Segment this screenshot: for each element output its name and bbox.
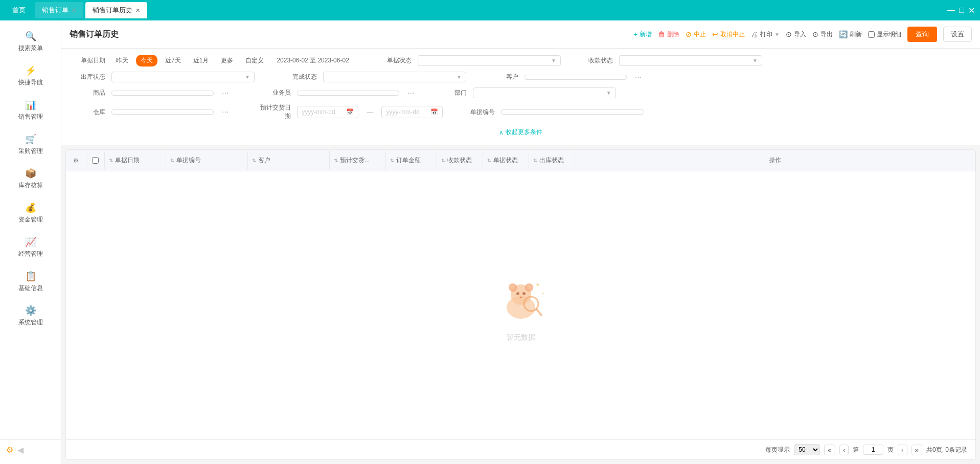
sidebar-item-search[interactable]: 🔍 搜索菜单 <box>0 25 61 59</box>
customer-label: 客户 <box>483 73 518 81</box>
sidebar-item-operations[interactable]: 📈 经营管理 <box>0 230 61 264</box>
import-button[interactable]: ⊙ 导入 <box>786 30 806 39</box>
date-btn-yesterday[interactable]: 昨天 <box>111 55 133 67</box>
table-area: ⚙ ⇅ 单据日期 ⇅ 单据编号 ⇅ 客户 ⇅ <box>65 149 976 460</box>
first-page-button[interactable]: « <box>824 445 835 455</box>
date-btn-today[interactable]: 今天 <box>136 55 157 67</box>
delivery-end-calendar-icon[interactable]: 📅 <box>430 108 438 116</box>
sort-payment-icon: ⇅ <box>441 158 445 163</box>
window-close-icon[interactable]: ✕ <box>968 6 975 15</box>
sidebar-item-sales[interactable]: 📊 销售管理 <box>0 93 61 127</box>
sidebar-label-finance: 资金管理 <box>18 215 43 224</box>
th-customer[interactable]: ⇅ 客户 <box>248 151 330 170</box>
th-no[interactable]: ⇅ 单据编号 <box>166 151 248 170</box>
collapse-sidebar-icon[interactable]: ◀ <box>17 445 24 455</box>
delete-button[interactable]: 🗑 删除 <box>658 30 679 39</box>
complete-status-select[interactable]: ▼ <box>323 72 466 82</box>
settings-bottom-icon[interactable]: ⚙ <box>6 445 13 455</box>
print-button[interactable]: 🖨 打印 ▼ <box>751 30 780 39</box>
tab-history-close-icon[interactable]: ✕ <box>135 7 140 14</box>
select-all-checkbox[interactable] <box>92 157 99 164</box>
th-date[interactable]: ⇅ 单据日期 <box>105 151 166 170</box>
minimize-icon[interactable]: — <box>947 6 955 15</box>
sidebar-item-finance[interactable]: 💰 资金管理 <box>0 196 61 230</box>
th-delivery[interactable]: ⇅ 预计交货... <box>330 151 386 170</box>
sidebar-item-system[interactable]: ⚙️ 系统管理 <box>0 299 61 333</box>
dept-select[interactable]: ▼ <box>473 87 616 98</box>
th-payment-status[interactable]: ⇅ 收款状态 <box>437 151 483 170</box>
collapse-row[interactable]: ∧ 收起更多条件 <box>70 126 972 139</box>
sidebar-label-sales: 销售管理 <box>18 113 43 121</box>
svg-point-7 <box>522 292 526 295</box>
stop-label: 中止 <box>694 30 706 39</box>
customer-input[interactable] <box>525 75 627 80</box>
tab-sales-history[interactable]: 销售订单历史 ✕ <box>85 2 147 18</box>
salesman-input[interactable] <box>297 91 399 96</box>
prev-page-button[interactable]: ‹ <box>839 445 849 455</box>
new-button[interactable]: + 新增 <box>633 30 652 39</box>
refresh-button[interactable]: 🔄 刷新 <box>839 30 862 39</box>
sidebar-item-basic[interactable]: 📋 基础信息 <box>0 264 61 299</box>
delivery-end-input[interactable]: yyyy-mm-dd 📅 <box>381 106 443 118</box>
sidebar-label-operations: 经营管理 <box>18 250 43 258</box>
per-page-select[interactable]: 50 100 <box>794 444 820 455</box>
out-status-select[interactable]: ▼ <box>111 72 255 82</box>
delivery-start-input[interactable]: yyyy-mm-dd 📅 <box>297 106 358 118</box>
th-out-status[interactable]: ⇅ 出库状态 <box>529 151 575 170</box>
date-btn-custom[interactable]: 自定义 <box>241 55 268 67</box>
warehouse-label: 仓库 <box>70 108 105 117</box>
date-options: 昨天 今天 近7天 近1月 更多 自定义 <box>111 55 268 67</box>
salesman-dots[interactable]: ··· <box>407 89 414 98</box>
date-btn-7days[interactable]: 近7天 <box>161 55 186 67</box>
bill-status-select[interactable]: ▼ <box>418 55 561 66</box>
sort-date-icon: ⇅ <box>109 158 113 163</box>
product-input[interactable] <box>111 91 214 96</box>
payment-status-select[interactable]: ▼ <box>619 55 762 66</box>
tab-close-icon[interactable]: ✕ <box>72 7 76 14</box>
settings-icon[interactable]: ⚙ <box>73 157 79 164</box>
sidebar-item-nav[interactable]: ⚡ 快捷导航 <box>0 59 61 93</box>
customer-dots[interactable]: ··· <box>635 73 642 82</box>
date-btn-1month[interactable]: 近1月 <box>189 55 214 67</box>
complete-status-label: 完成状态 <box>281 73 317 81</box>
date-btn-more[interactable]: 更多 <box>216 55 238 67</box>
sort-amount-icon: ⇅ <box>390 158 394 163</box>
th-amount-label: 订单金额 <box>396 156 421 165</box>
tab-sales-order-label: 销售订单 <box>42 6 69 15</box>
warehouse-input[interactable] <box>111 109 214 115</box>
bill-status-label: 单据状态 <box>376 56 412 65</box>
show-detail-checkbox[interactable]: 显示明细 <box>868 30 901 39</box>
top-bar: 首页 销售订单 ✕ 销售订单历史 ✕ — □ ✕ <box>0 0 980 20</box>
th-bill-status[interactable]: ⇅ 单据状态 <box>483 151 529 170</box>
show-detail-input[interactable] <box>868 31 875 38</box>
warehouse-dots[interactable]: ··· <box>222 107 229 117</box>
setting-button[interactable]: 设置 <box>943 27 972 42</box>
th-amount[interactable]: ⇅ 订单金额 <box>386 151 437 170</box>
delivery-date-label: 预计交货日期 <box>255 103 291 121</box>
dept-label: 部门 <box>431 89 467 97</box>
refresh-icon: 🔄 <box>839 30 848 38</box>
maximize-icon[interactable]: □ <box>959 6 964 15</box>
query-button[interactable]: 查询 <box>907 27 937 42</box>
next-page-button[interactable]: › <box>898 445 907 455</box>
print-label: 打印 <box>760 30 772 39</box>
th-customer-label: 客户 <box>258 156 270 165</box>
sidebar-item-purchase[interactable]: 🛒 采购管理 <box>0 127 61 162</box>
page-number-input[interactable] <box>863 445 883 455</box>
bill-no-input[interactable] <box>501 109 644 115</box>
last-page-button[interactable]: » <box>911 445 922 455</box>
tab-home[interactable]: 首页 <box>5 2 33 18</box>
th-checkbox[interactable] <box>86 152 105 169</box>
filter-row-2: 出库状态 ▼ 完成状态 ▼ 客户 ··· <box>70 72 972 82</box>
tab-sales-order[interactable]: 销售订单 ✕ <box>35 2 83 18</box>
cancel-stop-button[interactable]: ↩ 取消中止 <box>712 30 745 39</box>
th-settings[interactable]: ⚙ <box>66 152 86 169</box>
delivery-start-calendar-icon[interactable]: 📅 <box>346 108 354 116</box>
export-button[interactable]: ⊙ 导出 <box>812 30 833 39</box>
stop-button[interactable]: ⊘ 中止 <box>686 30 706 39</box>
svg-text:✦: ✦ <box>541 291 545 296</box>
product-dots[interactable]: ··· <box>222 89 229 98</box>
payment-status-arrow-icon: ▼ <box>753 58 758 63</box>
sidebar-item-inventory[interactable]: 📦 库存核算 <box>0 162 61 196</box>
dept-arrow-icon: ▼ <box>606 90 611 96</box>
